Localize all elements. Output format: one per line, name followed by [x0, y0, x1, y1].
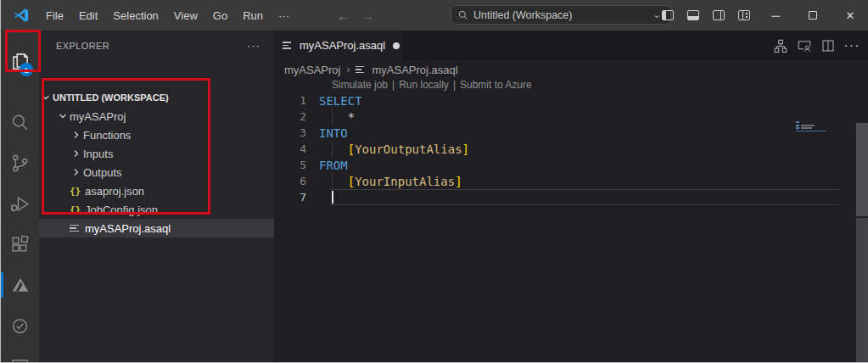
line-number: 7	[274, 191, 319, 204]
minimap-current-line	[796, 131, 826, 131]
toggle-panel-icon[interactable]	[680, 0, 706, 31]
terminal-icon[interactable]	[1, 346, 39, 363]
vscode-logo-icon	[13, 7, 30, 24]
indent-guide	[332, 141, 333, 157]
vertical-scrollbar[interactable]	[856, 123, 868, 363]
codelens-submit-to-azure[interactable]: Submit to Azure	[460, 79, 532, 92]
codelens-separator: |	[392, 79, 395, 92]
annotation-box-project-tree	[42, 78, 210, 215]
explorer-title: EXPLORER	[56, 41, 109, 51]
indent-guide	[332, 173, 333, 189]
codelens-bar: Simulate job | Run locally | Submit to A…	[332, 79, 532, 92]
tab-label: myASAProj.asaql	[300, 39, 385, 52]
breadcrumb-separator: ›	[346, 64, 350, 75]
activity-bar: 1	[1, 31, 39, 363]
bracket-token: ]	[455, 175, 462, 188]
text-cursor	[332, 191, 333, 204]
command-center-search[interactable]: Untitled (Workspace) ⌄	[451, 5, 671, 25]
line-number: 5	[274, 159, 319, 171]
dirty-indicator-icon[interactable]	[393, 42, 400, 49]
more-actions-icon[interactable]: ···	[840, 34, 864, 58]
search-view-icon[interactable]	[1, 102, 39, 142]
keyword-token: INTO	[319, 126, 348, 140]
menu-run[interactable]: Run	[235, 6, 271, 25]
code-line-4: 4 [YourOutputAlias]	[274, 141, 868, 157]
line-number: 3	[274, 126, 319, 139]
scrollbar-track	[856, 218, 868, 363]
bracket-token: ]	[462, 142, 469, 156]
source-control-icon[interactable]	[1, 142, 39, 183]
menu-edit[interactable]: Edit	[71, 6, 105, 25]
code-line-7: 7	[274, 189, 868, 205]
tree-item-myasaproj-asaql[interactable]: myASAProj.asaql	[39, 219, 274, 237]
run-and-debug-icon[interactable]	[1, 183, 39, 224]
keyword-token: SELECT	[319, 94, 362, 108]
toggle-primary-sidebar-icon[interactable]	[655, 0, 680, 31]
asaql-file-icon	[283, 42, 294, 49]
indent-token	[319, 142, 348, 156]
customize-layout-icon[interactable]	[731, 0, 757, 31]
active-view-indicator	[1, 272, 3, 298]
testing-icon[interactable]	[1, 305, 39, 346]
asaql-file-icon	[356, 66, 367, 74]
code-token: *	[319, 110, 355, 124]
tab-bar: myASAProj.asaql	[274, 31, 868, 60]
scrollbar-slider[interactable]	[856, 123, 868, 216]
open-preview-icon[interactable]	[792, 34, 816, 58]
code-line-3: 3INTO	[274, 125, 868, 141]
menu-overflow-icon[interactable]: ···	[271, 6, 297, 25]
toggle-secondary-sidebar-icon[interactable]	[706, 0, 731, 31]
indent-guide	[332, 109, 333, 125]
menu-file[interactable]: File	[38, 6, 71, 25]
code-line-2: 2 *	[274, 109, 868, 125]
extensions-icon[interactable]	[1, 224, 39, 265]
command-center-label: Untitled (Workspace)	[473, 9, 572, 21]
editor-group: myASAProj.asaql	[274, 31, 868, 363]
maximize-icon[interactable]	[794, 0, 832, 31]
nav-back-icon[interactable]: ←	[337, 8, 350, 23]
title-bar: File Edit Selection View Go Run ··· ← → …	[1, 0, 868, 31]
code-line-1: 1SELECT	[274, 92, 868, 109]
keyword-token: FROM	[319, 159, 348, 172]
nav-forward-icon[interactable]: →	[361, 8, 374, 23]
tree-item-label: myASAProj.asaql	[85, 222, 171, 235]
minimap[interactable]	[796, 121, 826, 131]
code-line-6: 6 [YourInputAlias]	[274, 173, 868, 189]
split-editor-icon[interactable]	[816, 34, 840, 58]
codelens-simulate-job[interactable]: Simulate job	[332, 79, 388, 92]
vscode-window: File Edit Selection View Go Run ··· ← → …	[0, 0, 868, 363]
line-number: 2	[274, 110, 319, 123]
annotation-box-explorer-icon	[5, 30, 41, 72]
breadcrumb: myASAProj › myASAProj.asaql	[274, 60, 868, 79]
bracket-token: [	[348, 175, 355, 188]
breadcrumb-project[interactable]: myASAProj	[284, 64, 340, 76]
identifier-token: YourOutputAlias	[355, 142, 462, 156]
search-icon	[458, 10, 468, 20]
minimize-icon[interactable]: ─	[757, 0, 794, 31]
indent-token	[319, 175, 348, 188]
identifier-token: YourInputAlias	[355, 175, 455, 188]
menu-go[interactable]: Go	[205, 6, 235, 25]
bracket-token: [	[348, 142, 355, 156]
close-icon[interactable]: ✕	[832, 0, 868, 31]
asaql-file-icon	[70, 225, 85, 232]
codelens-separator: |	[453, 79, 456, 92]
azure-icon[interactable]	[1, 265, 39, 305]
code-area[interactable]: Simulate job | Run locally | Submit to A…	[274, 79, 868, 363]
codelens-run-locally[interactable]: Run locally	[399, 79, 449, 92]
tab-myasaproj-asaql[interactable]: myASAProj.asaql	[274, 31, 404, 60]
explorer-more-actions-icon[interactable]: ···	[247, 39, 260, 52]
job-diagram-icon[interactable]	[769, 34, 792, 58]
line-number: 6	[274, 175, 319, 187]
line-number: 1	[274, 94, 319, 107]
menu-selection[interactable]: Selection	[105, 6, 165, 25]
line-number: 4	[274, 142, 319, 155]
code-line-5: 5FROM	[274, 157, 868, 173]
breadcrumb-file[interactable]: myASAProj.asaql	[372, 64, 457, 76]
menu-view[interactable]: View	[166, 6, 205, 25]
